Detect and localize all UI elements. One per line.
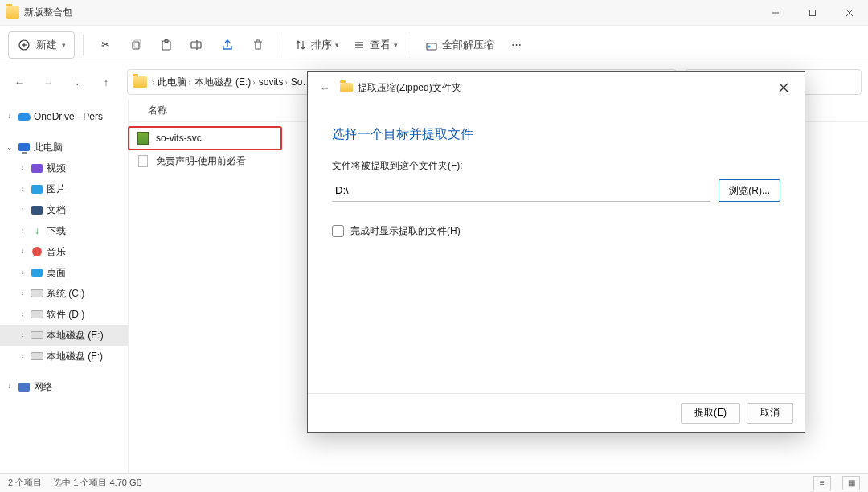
breadcrumb: ›本地磁盘 (E:) <box>188 76 251 89</box>
folder-icon <box>6 6 19 19</box>
status-selected: 选中 1 个项目 4.70 GB <box>53 477 142 489</box>
new-button[interactable]: 新建 ▾ <box>8 31 75 59</box>
chevron-down-icon: ▾ <box>62 41 66 49</box>
clipboard-icon <box>159 38 174 52</box>
more-button[interactable]: ⋯ <box>502 31 530 59</box>
forward-button[interactable]: → <box>35 69 61 95</box>
minimize-button[interactable] <box>757 0 794 26</box>
svg-point-17 <box>428 45 430 47</box>
sidebar-item-drive-f[interactable]: ›本地磁盘 (F:) <box>0 346 128 367</box>
trash-icon <box>251 38 265 52</box>
close-button[interactable] <box>831 0 868 26</box>
share-button[interactable] <box>214 31 241 59</box>
sort-icon <box>293 38 308 52</box>
sidebar-item-desktop[interactable]: ›桌面 <box>0 262 128 283</box>
copy-icon <box>129 38 143 52</box>
extract-all-label: 全部解压缩 <box>442 38 494 52</box>
titlebar: 新版整合包 <box>0 0 868 26</box>
dialog-body: 选择一个目标并提取文件 文件将被提取到这个文件夹(F): 浏览(R)... 完成… <box>308 104 805 393</box>
back-button[interactable]: ← <box>6 69 32 95</box>
separator <box>83 35 84 55</box>
music-icon <box>31 245 43 258</box>
monitor-icon <box>18 141 31 154</box>
drive-icon <box>31 287 43 300</box>
tiles-view-button[interactable]: ▦ <box>842 476 860 490</box>
browse-button[interactable]: 浏览(R)... <box>719 179 780 202</box>
cancel-button[interactable]: 取消 <box>747 403 793 424</box>
sidebar: ›OneDrive - Pers ⌄此电脑 ›视频 ›图片 ›文档 ›↓下载 ›… <box>0 100 129 473</box>
breadcrumb: ›此电脑 <box>152 76 186 89</box>
paste-button[interactable] <box>153 31 180 59</box>
svg-rect-11 <box>191 42 201 48</box>
drive-icon <box>31 329 43 342</box>
sidebar-item-downloads[interactable]: ›↓下载 <box>0 220 128 241</box>
download-icon: ↓ <box>31 224 43 237</box>
details-view-button[interactable]: ≡ <box>813 476 831 490</box>
up-button[interactable]: ↑ <box>93 69 119 95</box>
folder-icon <box>31 182 43 195</box>
folder-icon <box>31 162 43 174</box>
separator <box>280 35 280 55</box>
view-icon <box>352 38 366 52</box>
sidebar-item-music[interactable]: ›音乐 <box>0 241 128 262</box>
ellipsis-icon: ⋯ <box>511 39 522 51</box>
chevron-down-icon: ▾ <box>394 41 398 49</box>
maximize-button[interactable] <box>794 0 831 26</box>
dialog-close-button[interactable] <box>769 76 798 100</box>
extract-button[interactable]: 提取(E) <box>681 403 740 424</box>
show-files-checkbox[interactable]: 完成时显示提取的文件(H) <box>332 224 780 238</box>
view-button[interactable]: 查看 ▾ <box>347 31 403 59</box>
svg-rect-7 <box>133 42 139 49</box>
archive-icon <box>137 132 149 145</box>
view-label: 查看 <box>370 38 391 52</box>
drive-icon <box>31 308 43 321</box>
svg-rect-1 <box>810 10 816 15</box>
dialog-heading: 选择一个目标并提取文件 <box>332 126 780 143</box>
breadcrumb: ›sovits <box>252 76 283 88</box>
status-count: 2 个项目 <box>8 477 42 489</box>
sidebar-item-pictures[interactable]: ›图片 <box>0 178 128 199</box>
delete-button[interactable] <box>244 31 272 59</box>
network-icon <box>18 380 31 393</box>
dialog-title: 提取压缩(Zipped)文件夹 <box>358 81 461 95</box>
destination-input[interactable] <box>332 179 710 202</box>
file-name: so-vits-svc <box>156 133 202 144</box>
rename-button[interactable] <box>183 31 211 59</box>
share-icon <box>220 38 235 52</box>
file-name: 免责声明-使用前必看 <box>156 154 246 168</box>
dialog-footer: 提取(E) 取消 <box>308 393 805 432</box>
folder-icon <box>31 203 43 216</box>
plus-icon <box>17 38 31 52</box>
separator <box>411 35 411 55</box>
sidebar-item-videos[interactable]: ›视频 <box>0 158 128 178</box>
file-row[interactable]: so-vits-svc <box>129 127 281 150</box>
sidebar-item-this-pc[interactable]: ⌄此电脑 <box>0 137 128 158</box>
toolbar: 新建 ▾ ✂ 排序 ▾ 查看 ▾ 全部解压缩 ⋯ <box>0 26 868 64</box>
checkbox-label: 完成时显示提取的文件(H) <box>350 224 461 238</box>
sort-label: 排序 <box>311 38 332 52</box>
sidebar-item-drive-d[interactable]: ›软件 (D:) <box>0 304 128 325</box>
status-bar: 2 个项目 选中 1 个项目 4.70 GB ≡ ▦ <box>0 473 868 492</box>
scissors-icon: ✂ <box>98 38 113 52</box>
extract-icon <box>424 38 439 52</box>
checkbox-icon <box>332 225 344 237</box>
cut-button[interactable]: ✂ <box>92 31 119 59</box>
new-label: 新建 <box>36 38 57 52</box>
extract-all-button[interactable]: 全部解压缩 <box>420 31 499 59</box>
window-title: 新版整合包 <box>24 6 72 19</box>
sort-button[interactable]: 排序 ▾ <box>289 31 344 59</box>
chevron-down-icon: ▾ <box>335 41 339 49</box>
copy-button[interactable] <box>122 31 149 59</box>
desktop-icon <box>31 266 43 279</box>
rename-icon <box>190 38 204 52</box>
recent-button[interactable]: ⌄ <box>64 69 90 95</box>
sidebar-item-documents[interactable]: ›文档 <box>0 199 128 220</box>
sidebar-item-onedrive[interactable]: ›OneDrive - Pers <box>0 106 128 127</box>
sidebar-item-drive-c[interactable]: ›系统 (C:) <box>0 283 128 304</box>
zip-folder-icon <box>340 83 353 92</box>
extract-dialog: ← 提取压缩(Zipped)文件夹 选择一个目标并提取文件 文件将被提取到这个文… <box>307 71 805 433</box>
sidebar-item-drive-e[interactable]: ›本地磁盘 (E:) <box>0 325 128 346</box>
cloud-icon <box>18 110 31 123</box>
dialog-back-button[interactable]: ← <box>314 82 335 94</box>
sidebar-item-network[interactable]: ›网络 <box>0 376 128 397</box>
